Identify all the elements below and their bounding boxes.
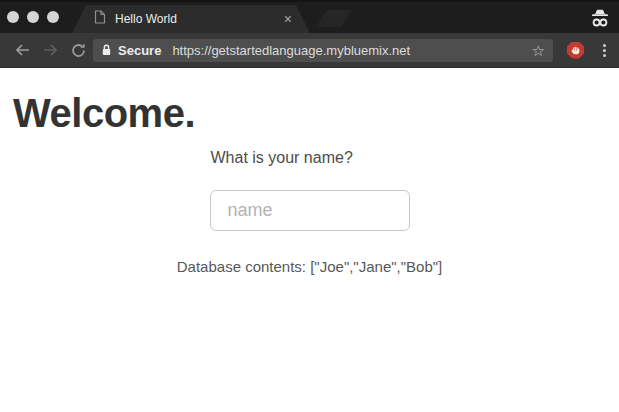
incognito-icon [588, 8, 612, 34]
new-tab-button[interactable] [316, 10, 352, 27]
browser-toolbar: Secure https://getstartedlanguage.myblue… [0, 33, 619, 68]
window-close-button[interactable] [7, 11, 19, 23]
address-bar[interactable]: Secure https://getstartedlanguage.myblue… [93, 39, 553, 62]
bookmark-star-icon[interactable]: ☆ [532, 43, 545, 58]
question-label: What is your name? [211, 149, 410, 167]
name-input[interactable] [210, 190, 410, 231]
tab-title: Hello World [115, 12, 275, 26]
database-contents-text: Database contents: ["Joe","Jane","Bob"] [0, 258, 619, 275]
reload-icon[interactable] [64, 36, 92, 64]
name-form: What is your name? [210, 149, 410, 231]
lock-icon [101, 43, 112, 57]
tab-bar: Hello World × [0, 0, 619, 33]
tab-hello-world[interactable]: Hello World × [72, 5, 310, 33]
adblock-hand-icon[interactable] [567, 42, 584, 59]
window-zoom-button[interactable] [47, 11, 59, 23]
page-content: Welcome. What is your name? Database con… [0, 68, 619, 411]
page-title: Welcome. [0, 68, 619, 134]
tab-close-icon[interactable]: × [284, 12, 292, 26]
back-arrow-icon[interactable] [8, 36, 36, 64]
traffic-lights [7, 11, 59, 23]
window-minimize-button[interactable] [27, 11, 39, 23]
security-label: Secure [118, 43, 161, 58]
browser-window: Hello World × [0, 0, 619, 412]
kebab-menu-icon[interactable] [597, 44, 611, 57]
url-text: https://getstartedlanguage.mybluemix.net [172, 43, 525, 58]
forward-arrow-icon[interactable] [36, 36, 64, 64]
document-icon [94, 10, 106, 28]
